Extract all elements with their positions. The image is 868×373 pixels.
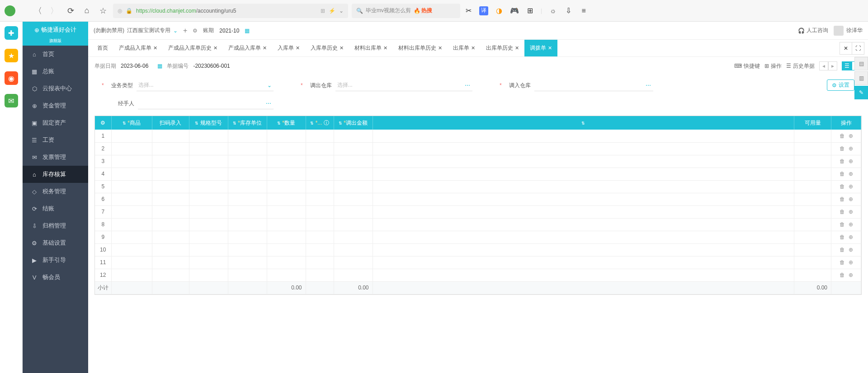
delete-icon[interactable]: 🗑 — [840, 247, 845, 253]
cell-amount[interactable] — [334, 256, 373, 269]
tab-close-icon[interactable]: ✕ — [153, 45, 157, 51]
delete-icon[interactable]: 🗑 — [840, 133, 845, 139]
tab[interactable]: 出库单✕ — [448, 40, 481, 56]
cell-spec[interactable] — [189, 155, 228, 168]
cell-spec[interactable] — [189, 193, 228, 205]
cell-scan[interactable] — [152, 168, 189, 180]
cell-unit[interactable] — [228, 205, 267, 218]
rail-chart-icon[interactable]: ▥ — [854, 71, 868, 85]
header-qty[interactable]: ⇅ *数量 — [267, 116, 306, 130]
cell-unit[interactable] — [228, 180, 267, 193]
cell-price[interactable] — [306, 218, 334, 231]
tab[interactable]: 产成品入库单✕ — [223, 40, 272, 56]
prev-doc-button[interactable]: ◂ — [819, 61, 828, 70]
table-row[interactable]: 7🗑⊕ — [95, 205, 861, 218]
cell-scan[interactable] — [152, 205, 189, 218]
delete-icon[interactable]: 🗑 — [840, 171, 845, 177]
cell-scan[interactable] — [152, 155, 189, 168]
cell-spec[interactable] — [189, 243, 228, 256]
cell-available[interactable] — [794, 193, 831, 205]
cell-price[interactable] — [306, 269, 334, 281]
scissors-icon[interactable]: ✂ — [464, 6, 473, 15]
cell-scan[interactable] — [152, 269, 189, 281]
cell-price[interactable] — [306, 168, 334, 180]
rail-app-icon[interactable]: ✚ — [5, 26, 18, 40]
tab[interactable]: 材料出库单✕ — [349, 40, 393, 56]
copy-icon[interactable]: ⊕ — [849, 221, 853, 228]
cell-product[interactable] — [111, 193, 152, 205]
cell-product[interactable] — [111, 130, 152, 142]
tab[interactable]: 调拨单✕ — [524, 40, 557, 56]
menu-icon[interactable]: ≡ — [579, 6, 588, 15]
cell-qty[interactable] — [267, 243, 306, 256]
header-scan[interactable]: 扫码录入 — [152, 116, 189, 130]
cell-unit[interactable] — [228, 155, 267, 168]
cell-scan[interactable] — [152, 130, 189, 142]
view-list-button[interactable]: ☰ — [842, 61, 852, 70]
cell-price[interactable] — [306, 180, 334, 193]
cell-product[interactable] — [111, 168, 152, 180]
cell-qty[interactable] — [267, 168, 306, 180]
sidebar-item[interactable]: ⬡云报表中心 — [23, 80, 88, 97]
cell-available[interactable] — [794, 155, 831, 168]
bookmark-button[interactable]: ☆ — [97, 5, 109, 17]
tab-close-icon[interactable]: ✕ — [515, 45, 519, 51]
biz-type-input[interactable]: 选择... ⌄ — [137, 79, 274, 91]
cell-qty[interactable] — [267, 155, 306, 168]
cell-product[interactable] — [111, 205, 152, 218]
cell-amount[interactable] — [334, 168, 373, 180]
delete-icon[interactable]: 🗑 — [840, 209, 845, 215]
cell-spec[interactable] — [189, 205, 228, 218]
help-icon[interactable]: ⓘ — [324, 120, 329, 126]
table-row[interactable]: 2🗑⊕ — [95, 142, 861, 155]
cell-available[interactable] — [794, 130, 831, 142]
cell-price[interactable] — [306, 256, 334, 269]
cell-spec[interactable] — [189, 168, 228, 180]
in-wh-input[interactable]: ⋯ — [534, 79, 653, 91]
tab[interactable]: 入库单历史✕ — [305, 40, 349, 56]
cell-product[interactable] — [111, 180, 152, 193]
header-gear[interactable]: ⚙ — [95, 116, 111, 130]
tab-close-icon[interactable]: ✕ — [340, 45, 344, 51]
doc-date-value[interactable]: 2023-06-06 — [121, 63, 148, 69]
sidebar-item[interactable]: ✉发票管理 — [23, 149, 88, 166]
cell-amount[interactable] — [334, 205, 373, 218]
out-wh-input[interactable]: 选择... ⋯ — [335, 79, 472, 91]
cell-spec[interactable] — [189, 231, 228, 243]
cell-amount[interactable] — [334, 218, 373, 231]
header-amount[interactable]: ⇅ *调出金额 — [334, 116, 373, 130]
table-row[interactable]: 8🗑⊕ — [95, 218, 861, 231]
cell-product[interactable] — [111, 256, 152, 269]
copy-icon[interactable]: ⊕ — [849, 209, 853, 215]
address-bar[interactable]: ◎ 🔒 https://cloud.chanjet.com/accounting… — [113, 4, 348, 18]
cell-available[interactable] — [794, 218, 831, 231]
back-button[interactable]: 〈 — [32, 5, 44, 17]
table-row[interactable]: 9🗑⊕ — [95, 231, 861, 243]
cell-blank[interactable] — [373, 168, 794, 180]
cell-price[interactable] — [306, 142, 334, 155]
theme-icon[interactable]: ☼ — [548, 6, 557, 15]
cell-scan[interactable] — [152, 218, 189, 231]
cell-scan[interactable] — [152, 142, 189, 155]
header-blank[interactable]: ⇅ — [373, 116, 794, 130]
delete-icon[interactable]: 🗑 — [840, 272, 845, 278]
cell-amount[interactable] — [334, 269, 373, 281]
cell-blank[interactable] — [373, 130, 794, 142]
cell-price[interactable] — [306, 155, 334, 168]
operation-link[interactable]: ⊞操作 — [764, 62, 782, 70]
cell-available[interactable] — [794, 243, 831, 256]
calendar-icon[interactable]: ▦ — [245, 28, 250, 34]
cell-available[interactable] — [794, 231, 831, 243]
tab-close-all[interactable]: ✕ — [840, 42, 852, 55]
tab[interactable]: 产成品入库单✕ — [113, 40, 163, 56]
tab[interactable]: 首页 — [92, 40, 113, 56]
cell-qty[interactable] — [267, 193, 306, 205]
sidebar-item[interactable]: ▶新手引导 — [23, 252, 88, 269]
cell-spec[interactable] — [189, 142, 228, 155]
tab-close-icon[interactable]: ✕ — [438, 45, 442, 51]
cell-spec[interactable] — [189, 218, 228, 231]
tab-close-icon[interactable]: ✕ — [296, 45, 300, 51]
cell-amount[interactable] — [334, 130, 373, 142]
cell-qty[interactable] — [267, 180, 306, 193]
help-link[interactable]: 🎧 人工咨询 — [798, 27, 828, 34]
